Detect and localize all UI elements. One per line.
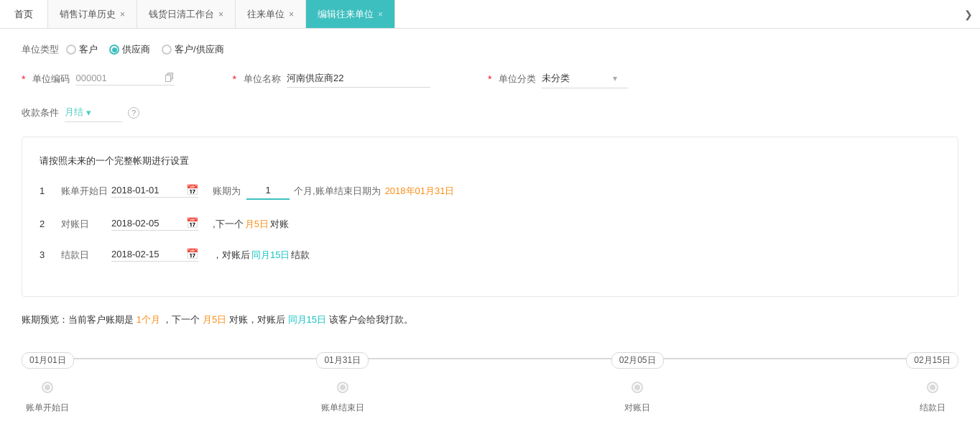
copy-icon[interactable]: 🗍 [165,72,175,83]
tl-dot-3 [633,383,642,392]
row3-num: 3 [40,249,61,260]
radio-circle-customer [66,45,76,55]
tl-dot-2 [338,383,347,392]
unit-category-group: * 单位分类 未分类 ▾ [488,69,628,88]
tab-bar: 首页 销售订单历史 × 钱货日清工作台 × 往来单位 × 编辑往来单位 × ❯ [0,0,980,29]
unit-code-input-wrap: 🗍 [75,72,175,86]
tab-edit-partner[interactable]: 编辑往来单位 × [306,0,395,28]
tl-label-1: 账单开始日 [26,402,69,414]
payment-prefix: ，对账后 [213,249,250,262]
tl-label-2: 账单结束日 [321,402,364,414]
period-input[interactable] [246,182,290,200]
unit-category-select[interactable]: 未分类 ▾ [542,69,628,88]
timeline-point-3: 02月05日 对账日 [611,352,664,414]
preview-period: 1个月 [137,314,160,325]
preview-part3-suffix: 该客户会给我打款。 [329,314,413,325]
radio-circle-supplier [109,45,119,55]
tab-sales-history[interactable]: 销售订单历史 × [48,0,137,28]
tab-partner-label: 往来单位 [247,8,285,21]
tab-home[interactable]: 首页 [0,0,48,28]
payment-condition-row: 收款条件 月结 ▾ ? [22,103,958,122]
period-end-date: 2018年01月31日 [385,185,455,198]
preview-section: 账期预览：当前客户账期是 1个月 ，下一个 月5日 对账，对账后 同月15日 该… [22,311,958,436]
preview-text: 账期预览：当前客户账期是 1个月 ，下一个 月5日 对账，对账后 同月15日 该… [22,311,958,328]
row1-num: 1 [40,185,61,196]
tab-cash-work-label: 钱货日清工作台 [149,8,214,21]
tl-badge-1: 01月01日 [22,352,74,369]
row-payment-date: 3 结款日 📅 ，对账后 同月15日 结款 [40,248,940,262]
radio-supplier-label: 供应商 [122,43,150,56]
payment-date-calendar-icon[interactable]: 📅 [186,248,198,259]
reconcile-date-calendar-icon[interactable]: 📅 [186,217,198,229]
help-icon[interactable]: ? [128,107,139,119]
tl-dot-1 [43,383,52,392]
unit-category-label: 单位分类 [499,73,536,86]
radio-both[interactable]: 客户/供应商 [162,43,224,56]
close-tab-cash-work[interactable]: × [218,9,223,19]
unit-type-row: 单位类型 客户 供应商 客户/供应商 [22,43,958,56]
unit-name-input[interactable] [287,70,430,88]
row1-label: 账单开始日 [61,185,111,198]
start-date-input[interactable] [111,185,183,196]
tl-badge-3: 02月05日 [611,352,664,369]
tl-label-3: 对账日 [624,402,650,414]
start-date-input-wrap: 📅 [111,184,198,198]
tab-cash-work[interactable]: 钱货日清工作台 × [137,0,236,28]
unit-code-input[interactable] [75,73,162,83]
tl-dot-4 [928,383,937,392]
chevron-down-icon: ▾ [613,73,617,83]
payment-date-input-wrap: 📅 [111,248,198,262]
tl-badge-4: 02月15日 [906,352,958,369]
payment-condition-select[interactable]: 月结 ▾ [65,103,122,122]
reconcile-prefix: ,下一个 [213,218,244,231]
unit-code-group: * 单位编码 🗍 [22,72,175,86]
tab-partner[interactable]: 往来单位 × [236,0,306,28]
radio-circle-both [162,45,172,55]
radio-group-unit-type: 客户 供应商 客户/供应商 [66,43,224,56]
tab-expand-button[interactable]: ❯ [957,0,980,28]
unit-name-group: * 单位名称 [232,70,430,88]
payment-condition-label: 收款条件 [22,106,59,119]
unit-name-label: 单位名称 [244,73,281,86]
timeline-point-4: 02月15日 结款日 [906,352,958,414]
payment-chevron-icon: ▾ [86,107,91,118]
unit-type-label: 单位类型 [22,43,59,56]
reconcile-date-input[interactable] [111,218,183,229]
preview-part2-suffix: 对账，对账后 [229,314,285,325]
close-tab-sales-history[interactable]: × [120,9,125,19]
row-start-date: 1 账单开始日 📅 账期为 个月,账单结束日期为 2018年01月31日 [40,182,940,200]
settings-panel: 请按照未来的一个完整帐期进行设置 1 账单开始日 📅 账期为 个月,账单结束日期… [22,137,958,297]
payment-condition-value: 月结 [65,106,83,119]
preview-label: 账期预览：当前客户账期是 [22,314,134,325]
preview-part2-highlight: 月5日 [203,314,226,325]
timeline-point-2: 01月31日 账单结束日 [316,352,369,414]
timeline-point-1: 01月01日 账单开始日 [22,352,74,414]
timeline: 01月01日 账单开始日 01月31日 账单结束日 02月05日 对账日 02月… [22,345,958,436]
period-unit-label: 个月,账单结束日期为 [294,185,381,198]
payment-suffix: 结款 [291,249,310,262]
star-name: * [232,73,236,85]
row-reconcile-date: 2 对账日 📅 ,下一个 月5日 对账 [40,217,940,231]
star-code: * [22,73,25,85]
radio-customer-label: 客户 [79,43,98,56]
reconcile-suffix: 对账 [270,218,289,231]
reconcile-date-input-wrap: 📅 [111,217,198,231]
period-for-label: 账期为 [213,185,241,198]
unit-category-value: 未分类 [542,72,570,85]
tab-edit-partner-label: 编辑往来单位 [318,8,374,21]
payment-desc: ，对账后 同月15日 结款 [213,249,310,262]
preview-part2-prefix: ，下一个 [162,314,200,325]
start-date-calendar-icon[interactable]: 📅 [186,184,198,196]
panel-title: 请按照未来的一个完整帐期进行设置 [40,155,940,167]
close-tab-edit-partner[interactable]: × [378,9,383,19]
radio-customer[interactable]: 客户 [66,43,98,56]
row2-num: 2 [40,218,61,229]
tl-badge-2: 01月31日 [316,352,369,369]
chevron-right-icon: ❯ [964,9,973,20]
close-tab-partner[interactable]: × [289,9,294,19]
unit-fields-row: * 单位编码 🗍 * 单位名称 * 单位分类 未分类 ▾ [22,69,958,88]
reconcile-desc: ,下一个 月5日 对账 [213,218,289,231]
timeline-points: 01月01日 账单开始日 01月31日 账单结束日 02月05日 对账日 02月… [22,352,958,414]
radio-supplier[interactable]: 供应商 [109,43,150,56]
payment-date-input[interactable] [111,249,183,259]
